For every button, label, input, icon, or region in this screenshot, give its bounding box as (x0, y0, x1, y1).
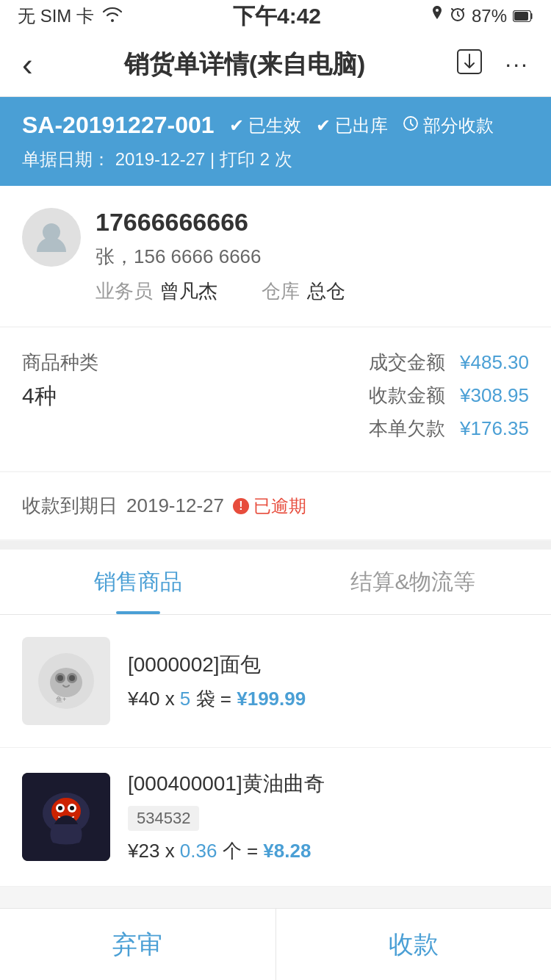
alarm-icon (450, 6, 466, 26)
check-icon-1: ✔ (229, 115, 244, 136)
amount-row: 成交金额 ¥485.30 (369, 350, 529, 375)
badge-partial: 部分收款 (403, 114, 494, 137)
product-item: 鱼+ [0000002]面包 ¥40 x 5 袋 = ¥199.99 (0, 615, 551, 748)
stats-section: 商品种类 4种 成交金额 ¥485.30 收款金额 ¥308.95 本单欠款 ¥… (0, 328, 551, 471)
header-banner: SA-20191227-001 ✔ 已生效 ✔ 已出库 部分收款 单据日期： 2… (0, 97, 551, 186)
svg-point-19 (70, 806, 74, 810)
stats-type: 商品种类 4种 (22, 350, 98, 411)
more-icon[interactable]: ··· (505, 51, 529, 78)
product-thumbnail-1: 鱼+ (22, 637, 110, 725)
product-badge-2: 534532 (128, 806, 199, 831)
page-title: 销货单详情(来自电脑) (124, 48, 366, 82)
avatar (22, 208, 81, 267)
owed-value: ¥176.35 (460, 417, 529, 440)
svg-point-18 (58, 806, 62, 810)
tab-products[interactable]: 销售商品 (0, 550, 276, 614)
overdue-icon: ! (233, 498, 249, 514)
product-qty-2: 0.36 (180, 840, 217, 862)
wifi-icon (101, 6, 123, 26)
customer-section: 17666666666 张，156 6666 6666 业务员 曾凡杰 仓库 总… (0, 186, 551, 326)
battery-label: 87% (472, 6, 507, 26)
stats-amounts: 成交金额 ¥485.30 收款金额 ¥308.95 本单欠款 ¥176.35 (369, 350, 529, 449)
customer-name-phone: 张，156 6666 6666 (96, 244, 529, 270)
customer-id: 17666666666 (96, 208, 529, 237)
product-list: 鱼+ [0000002]面包 ¥40 x 5 袋 = ¥199.99 (0, 615, 551, 887)
svg-text:鱼+: 鱼+ (56, 696, 66, 703)
owed-row: 本单欠款 ¥176.35 (369, 416, 529, 442)
overdue-badge: ! 已逾期 (233, 494, 306, 518)
amount-value: ¥485.30 (460, 351, 529, 374)
nav-actions: ··· (456, 48, 529, 80)
bottom-bar: 弃审 收款 (0, 908, 551, 980)
svg-point-7 (50, 668, 82, 697)
overdue-text: 已逾期 (253, 494, 306, 518)
customer-meta: 业务员 曾凡杰 仓库 总仓 (96, 278, 529, 304)
product-price-2: ¥23 x 0.36 个 = ¥8.28 (128, 838, 529, 864)
received-row: 收款金额 ¥308.95 (369, 383, 529, 408)
order-id: SA-20191227-001 (22, 112, 215, 139)
clock-icon (403, 115, 419, 136)
collect-button[interactable]: 收款 (276, 909, 552, 980)
status-bar-right: 87% (431, 6, 533, 26)
share-icon[interactable] (456, 48, 483, 80)
sales-name: 曾凡杰 (160, 278, 217, 304)
status-bar: 无 SIM 卡 下午4:42 87% (0, 0, 551, 32)
status-bar-left: 无 SIM 卡 (18, 4, 123, 28)
product-info-1: [0000002]面包 ¥40 x 5 袋 = ¥199.99 (128, 651, 529, 712)
warehouse-name: 总仓 (307, 278, 345, 304)
product-qty-1: 5 (180, 688, 190, 710)
product-thumbnail-2 (22, 773, 110, 861)
order-date-info: 单据日期： 2019-12-27 | 打印 2 次 (22, 148, 529, 171)
back-button[interactable]: ‹ (22, 46, 33, 83)
svg-point-11 (69, 675, 75, 681)
badge-shipped: ✔ 已出库 (316, 114, 388, 137)
received-value: ¥308.95 (460, 384, 529, 407)
product-total-1: ¥199.99 (237, 688, 306, 710)
product-name-2: [000400001]黄油曲奇 (128, 770, 529, 798)
reject-button[interactable]: 弃审 (0, 909, 276, 980)
customer-info: 17666666666 张，156 6666 6666 业务员 曾凡杰 仓库 总… (96, 208, 529, 304)
product-total-2: ¥8.28 (263, 840, 311, 862)
location-icon (431, 6, 444, 26)
badge-effective: ✔ 已生效 (229, 114, 301, 137)
product-name-1: [0000002]面包 (128, 651, 529, 679)
due-date-section: 收款到期日 2019-12-27 ! 已逾期 (0, 472, 551, 539)
svg-rect-2 (514, 12, 528, 21)
due-date-value: 2019-12-27 (126, 494, 224, 517)
type-value: 4种 (22, 381, 98, 411)
sales-meta: 业务员 曾凡杰 (96, 278, 217, 304)
status-bar-time: 下午4:42 (233, 1, 321, 32)
due-date-label: 收款到期日 (22, 493, 118, 519)
tab-settlement[interactable]: 结算&物流等 (276, 550, 551, 614)
product-item: [000400001]黄油曲奇 534532 ¥23 x 0.36 个 = ¥8… (0, 748, 551, 887)
check-icon-2: ✔ (316, 115, 331, 136)
carrier-label: 无 SIM 卡 (18, 4, 94, 28)
warehouse-meta: 仓库 总仓 (262, 278, 345, 304)
battery-icon (513, 6, 533, 26)
product-info-2: [000400001]黄油曲奇 534532 ¥23 x 0.36 个 = ¥8… (128, 770, 529, 864)
product-price-1: ¥40 x 5 袋 = ¥199.99 (128, 686, 529, 712)
nav-bar: ‹ 销货单详情(来自电脑) ··· (0, 32, 551, 97)
tabs: 销售商品 结算&物流等 (0, 550, 551, 615)
svg-point-10 (57, 675, 63, 681)
section-divider (0, 541, 551, 550)
